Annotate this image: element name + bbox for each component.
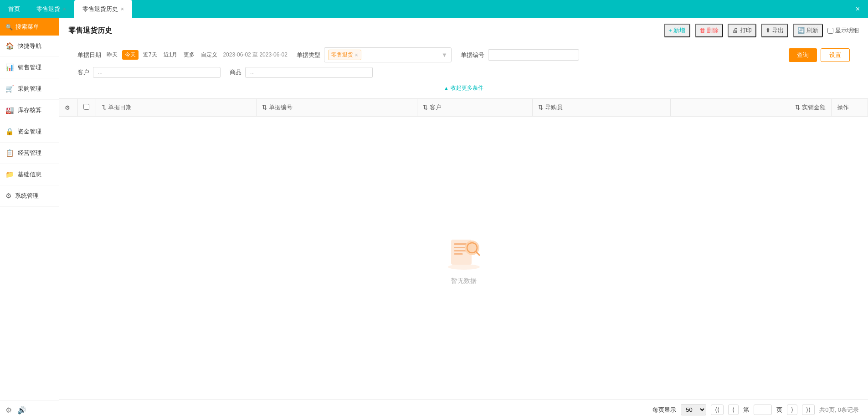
sidebar-item-purchase[interactable]: 🛒 采购管理 xyxy=(0,78,59,100)
date-custom[interactable]: 自定义 xyxy=(199,50,219,60)
inventory-icon: 🏭 xyxy=(5,106,14,114)
date-today[interactable]: 今天 xyxy=(122,50,139,60)
page-unit: 页 xyxy=(776,406,782,414)
sidebar: 🔍 搜索菜单 🏠 快捷导航 📊 销售管理 🛒 采购管理 🏭 库存核算 🔒 资金管… xyxy=(0,18,59,420)
date-more[interactable]: 更多 xyxy=(182,50,196,60)
type-label: 单据类型 xyxy=(297,51,320,59)
sidebar-item-finance[interactable]: 🔒 资金管理 xyxy=(0,121,59,143)
per-page-select[interactable]: 50 10 20 100 xyxy=(681,404,706,415)
empty-text: 暂无数据 xyxy=(451,277,477,285)
tab-list: 首页 零售退货 × 零售退货历史 × xyxy=(0,0,847,18)
type-tag: 零售退货 × xyxy=(328,50,361,60)
tab-retail-return[interactable]: 零售退货 × xyxy=(28,0,74,18)
settings-bottom-icon[interactable]: ⚙ xyxy=(5,406,12,415)
date-1month[interactable]: 近1月 xyxy=(162,50,180,60)
date-yesterday[interactable]: 昨天 xyxy=(105,50,119,60)
system-icon: ⚙ xyxy=(5,192,11,200)
voucher-filter: 单据编号 xyxy=(461,49,579,61)
sidebar-search[interactable]: 🔍 搜索菜单 xyxy=(0,18,59,36)
collapse-row: ▲ 收起更多条件 xyxy=(77,82,850,94)
select-all-checkbox[interactable] xyxy=(83,104,89,110)
th-guide[interactable]: ⇅ 导购员 xyxy=(533,99,671,117)
goods-filter: 商品 ... xyxy=(230,67,373,78)
finance-icon: 🔒 xyxy=(5,128,14,136)
date-7days[interactable]: 近7天 xyxy=(141,50,159,60)
search-icon: 🔍 xyxy=(5,24,13,31)
collapse-button[interactable]: ▲ 收起更多条件 xyxy=(444,84,484,92)
sidebar-item-system[interactable]: ⚙ 系统管理 xyxy=(0,185,59,207)
sales-icon: 📊 xyxy=(5,63,14,72)
th-customer[interactable]: ⇅ 客户 xyxy=(417,99,533,117)
page-input[interactable]: 1 xyxy=(754,405,772,415)
pagination-bar: 每页显示 50 10 20 100 ⟨⟨ ⟨ 第 1 页 ⟩ ⟩⟩ 共0页, 0… xyxy=(59,399,868,420)
svg-rect-5 xyxy=(454,253,463,255)
page-header: 零售退货历史 + 新增 🗑 删除 🖨 打印 ⬆ 导出 🔄 刷新 显示明细 xyxy=(59,18,868,99)
data-table: ⚙ ⇅ 单据日期 ⇅ 单据编号 ⇅ 客户 ⇅ 导购员 ⇅ 实销金额 操作 xyxy=(59,99,868,117)
print-button[interactable]: 🖨 打印 xyxy=(728,24,756,37)
date-shortcuts: 昨天 今天 近7天 近1月 更多 自定义 xyxy=(105,50,219,60)
content-area: 零售退货历史 + 新增 🗑 删除 🖨 打印 ⬆ 导出 🔄 刷新 显示明细 xyxy=(59,18,868,420)
type-select[interactable]: 零售退货 × ▼ xyxy=(324,47,452,62)
customer-label: 客户 xyxy=(77,68,89,77)
sidebar-item-quick-nav[interactable]: 🏠 快捷导航 xyxy=(0,36,59,57)
collapse-icon: ▲ xyxy=(444,85,449,92)
date-filter: 单据日期 昨天 今天 近7天 近1月 更多 自定义 2023-06-02 至 2… xyxy=(77,50,288,60)
query-button[interactable]: 查询 xyxy=(789,48,817,62)
filter-row-1: 单据日期 昨天 今天 近7天 近1月 更多 自定义 2023-06-02 至 2… xyxy=(77,47,850,62)
last-page-button[interactable]: ⟩⟩ xyxy=(802,405,815,415)
prev-page-button[interactable]: ⟨ xyxy=(728,405,739,415)
goods-select-button[interactable]: ... xyxy=(245,67,373,78)
tab-retail-return-close[interactable]: × xyxy=(63,6,66,12)
th-settings[interactable]: ⚙ xyxy=(59,99,77,117)
purchase-icon: 🛒 xyxy=(5,85,14,93)
volume-icon[interactable]: 🔊 xyxy=(17,406,26,415)
window-close-button[interactable]: × xyxy=(847,5,868,13)
add-button[interactable]: + 新增 xyxy=(664,24,690,37)
refresh-button[interactable]: 🔄 刷新 xyxy=(793,24,823,37)
export-button[interactable]: ⬆ 导出 xyxy=(761,24,789,37)
total-records: 共0页, 0条记录 xyxy=(819,406,859,414)
top-bar: 首页 零售退货 × 零售退货历史 × × xyxy=(0,0,868,18)
operations-icon: 📋 xyxy=(5,149,14,157)
delete-button[interactable]: 🗑 删除 xyxy=(695,24,724,37)
type-tag-remove[interactable]: × xyxy=(355,52,358,58)
page-label: 第 xyxy=(743,406,749,414)
th-check[interactable] xyxy=(77,99,96,117)
type-select-arrow: ▼ xyxy=(442,51,447,58)
main-layout: 🔍 搜索菜单 🏠 快捷导航 📊 销售管理 🛒 采购管理 🏭 库存核算 🔒 资金管… xyxy=(0,18,868,420)
th-voucher[interactable]: ⇅ 单据编号 xyxy=(257,99,417,117)
sidebar-search-label: 搜索菜单 xyxy=(15,23,39,31)
svg-rect-3 xyxy=(454,247,465,248)
sidebar-item-sales[interactable]: 📊 销售管理 xyxy=(0,57,59,78)
home-icon: 🏠 xyxy=(5,42,14,50)
filter-row-2: 客户 ... 商品 ... xyxy=(77,67,850,78)
display-detail-checkbox[interactable] xyxy=(827,28,833,34)
display-detail-toggle[interactable]: 显示明细 xyxy=(827,26,859,35)
date-label: 单据日期 xyxy=(77,51,101,59)
svg-rect-4 xyxy=(454,250,467,251)
th-amount[interactable]: ⇅ 实销金额 xyxy=(671,99,832,117)
next-page-button[interactable]: ⟩ xyxy=(787,405,797,415)
voucher-input[interactable] xyxy=(488,49,579,61)
table-head: ⚙ ⇅ 单据日期 ⇅ 单据编号 ⇅ 客户 ⇅ 导购员 ⇅ 实销金额 操作 xyxy=(59,99,868,117)
page-title-row: 零售退货历史 + 新增 🗑 删除 🖨 打印 ⬆ 导出 🔄 刷新 显示明细 xyxy=(68,24,859,37)
th-date[interactable]: ⇅ 单据日期 xyxy=(96,99,257,117)
sidebar-item-operations[interactable]: 📋 经营管理 xyxy=(0,143,59,164)
customer-filter: 客户 ... xyxy=(77,67,221,78)
voucher-label: 单据编号 xyxy=(461,51,484,59)
sidebar-item-basic-info[interactable]: 📁 基础信息 xyxy=(0,164,59,185)
filter-section: 单据日期 昨天 今天 近7天 近1月 更多 自定义 2023-06-02 至 2… xyxy=(68,43,859,98)
page-title: 零售退货历史 xyxy=(68,26,112,36)
sidebar-item-inventory[interactable]: 🏭 库存核算 xyxy=(0,100,59,121)
settings-button[interactable]: 设置 xyxy=(821,48,850,62)
goods-label: 商品 xyxy=(230,68,241,77)
tab-retail-return-history[interactable]: 零售退货历史 × xyxy=(74,0,132,18)
tab-retail-return-history-close[interactable]: × xyxy=(121,6,124,12)
sidebar-bottom: ⚙ 🔊 xyxy=(0,400,59,420)
date-range-display: 2023-06-02 至 2023-06-02 xyxy=(223,51,287,59)
table-wrapper: ⚙ ⇅ 单据日期 ⇅ 单据编号 ⇅ 客户 ⇅ 导购员 ⇅ 实销金额 操作 xyxy=(59,99,868,399)
tab-home[interactable]: 首页 xyxy=(0,0,28,18)
customer-select-button[interactable]: ... xyxy=(93,67,221,78)
first-page-button[interactable]: ⟨⟨ xyxy=(711,405,724,415)
basic-info-icon: 📁 xyxy=(5,170,14,179)
